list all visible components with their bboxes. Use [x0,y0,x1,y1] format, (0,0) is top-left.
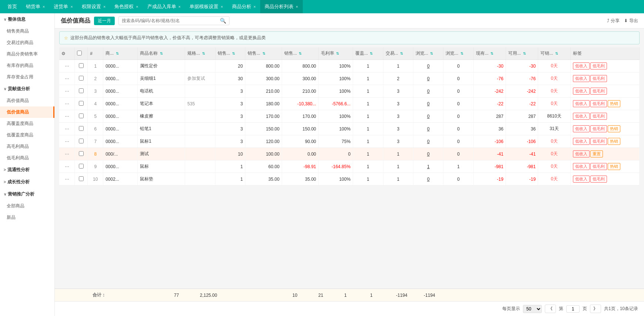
col-spec[interactable]: 规格... ⇅ [185,47,215,60]
close-analysis-icon[interactable]: × [254,4,256,9]
col-saleqty[interactable]: 销售... ⇅ [215,47,245,60]
row-code-3[interactable]: 0000... [103,98,138,110]
col-coverage[interactable]: 覆盖... ⇅ [353,47,383,60]
col-code[interactable]: 商... ⇅ [103,47,138,60]
close-analysis-list-icon[interactable]: × [296,4,298,9]
sidebar-item-all-products[interactable]: 全部商品 [0,200,54,212]
close-products-icon[interactable]: × [178,4,181,9]
col-saleamt2[interactable]: 销售... ⇅ [282,47,319,60]
row-browse1-3[interactable]: 0 [413,98,443,110]
col-browse2[interactable]: 浏览... ⇅ [443,47,473,60]
close-purchase-icon[interactable]: × [70,4,73,9]
row-browse1-9[interactable]: 0 [413,173,443,186]
nav-permissions[interactable]: 权限设置 × [77,0,110,13]
row-browse1-7[interactable]: 0 [413,148,443,160]
nav-purchase[interactable]: 进货单 × [49,0,77,13]
row-browse1-2[interactable]: 0 [413,85,443,98]
nav-products[interactable]: 产成品入库单 × [143,0,185,13]
nav-sales[interactable]: 销货单 × [21,0,49,13]
sidebar-group-contribution[interactable]: ∨ 贡献值分析 [0,83,54,95]
row-checkbox-5[interactable] [75,123,88,135]
row-checkbox-1[interactable] [75,72,88,85]
row-checkbox-8[interactable] [75,160,88,173]
row-gear-7[interactable]: ⋯ [59,148,75,160]
row-browse1-1[interactable]: 0 [413,72,443,85]
nav-analysis[interactable]: 商品分析 × [228,0,260,13]
close-roles-icon[interactable]: × [136,4,138,9]
row-checkbox-4[interactable] [75,110,88,123]
row-code-0[interactable]: 0000... [103,60,138,72]
row-gear-4[interactable]: ⋯ [59,110,75,123]
per-page-select[interactable]: 50 100 200 [523,305,542,313]
row-code-2[interactable]: 0000... [103,85,138,98]
close-template-icon[interactable]: × [221,4,223,9]
sidebar-item-high-margin[interactable]: 高毛利商品 [0,141,54,152]
sidebar-item-stock-products[interactable]: 有库存的商品 [0,60,54,71]
export-button[interactable]: ⬇ 导出 [624,18,638,24]
select-all-checkbox[interactable] [77,51,82,55]
col-sellable[interactable]: 可销... ⇅ [538,47,570,60]
row-num-1: 2 [88,72,103,85]
nav-template[interactable]: 单据模板设置 × [185,0,227,13]
next-page-button[interactable]: 》 [590,305,601,313]
nav-home[interactable]: 首页 [3,0,21,13]
close-sales-icon[interactable]: × [43,4,45,9]
filter-period-button[interactable]: 近一月 [94,17,115,25]
sidebar-item-stock-funds[interactable]: 库存资金占用 [0,71,54,83]
row-gear-5[interactable]: ⋯ [59,123,75,135]
sidebar-item-sales-products[interactable]: 销售类商品 [0,26,54,37]
row-checkbox-3[interactable] [75,98,88,110]
col-stock[interactable]: 现有... ⇅ [473,47,506,60]
sidebar-group-marketing[interactable]: ∨ 营销推广分析 [0,188,54,200]
sidebar-item-high-value[interactable]: 高价值商品 [0,95,54,106]
row-checkbox-7[interactable] [75,148,88,160]
col-grossrate[interactable]: 毛利率 ⇅ [319,47,353,60]
col-available[interactable]: 可用... ⇅ [506,47,538,60]
row-code-6[interactable]: 0000... [103,135,138,148]
col-browse1[interactable]: 浏览... ⇅ [413,47,443,60]
col-gear[interactable]: ⚙ [59,47,75,60]
row-code-1[interactable]: 0000... [103,72,138,85]
col-saleamt1[interactable]: 销售... ⇅ [245,47,282,60]
sidebar-group-overall[interactable]: ∨ 整体信息 [0,13,54,26]
sidebar-group-liquidity[interactable]: > 流通性分析 [0,164,54,176]
sidebar-item-traded[interactable]: 交易过的商品 [0,37,54,48]
sidebar-item-low-margin[interactable]: 低毛利商品 [0,152,54,164]
row-gear-2[interactable]: ⋯ [59,85,75,98]
row-gear-6[interactable]: ⋯ [59,135,75,148]
page-input[interactable] [566,305,580,313]
row-gear-3[interactable]: ⋯ [59,98,75,110]
row-code-9[interactable]: 0002... [103,173,138,186]
sidebar-item-category-rate[interactable]: 商品分类销售率 [0,48,54,60]
first-page-button[interactable]: 《 [545,305,556,313]
row-gear-0[interactable]: ⋯ [59,60,75,72]
row-browse1-0[interactable]: 0 [413,60,443,72]
row-gear-1[interactable]: ⋯ [59,72,75,85]
row-browse1-4[interactable]: 0 [413,110,443,123]
nav-analysis-list[interactable]: 商品分析列表 × [260,0,302,13]
row-checkbox-9[interactable] [75,173,88,186]
sidebar-item-low-coverage[interactable]: 低覆盖度商品 [0,129,54,141]
search-input[interactable] [122,18,220,23]
row-gear-8[interactable]: ⋯ [59,160,75,173]
col-trade[interactable]: 交易... ⇅ [383,47,413,60]
share-button[interactable]: ⤴ 分享 [607,18,620,24]
row-code-4[interactable]: 0000... [103,110,138,123]
sidebar-item-low-value[interactable]: 低价值商品 [0,106,54,118]
row-checkbox-6[interactable] [75,135,88,148]
close-permissions-icon[interactable]: × [103,4,105,9]
sidebar-item-high-coverage[interactable]: 高覆盖度商品 [0,118,54,129]
row-code-5[interactable]: 0000... [103,123,138,135]
row-checkbox-2[interactable] [75,85,88,98]
nav-roles[interactable]: 角色授权 × [110,0,142,13]
row-code-7[interactable]: 000/... [103,148,138,160]
sidebar-group-growth[interactable]: > 成长性分析 [0,176,54,188]
row-code-8[interactable]: 0000... [103,160,138,173]
col-name[interactable]: 商品名称 ⇅ [138,47,185,60]
row-checkbox-0[interactable] [75,60,88,72]
row-browse1-8[interactable]: 1 [413,160,443,173]
row-browse1-5[interactable]: 0 [413,123,443,135]
row-gear-9[interactable]: ⋯ [59,173,75,186]
sidebar-item-new-products[interactable]: 新品 [0,212,54,223]
row-browse1-6[interactable]: 0 [413,135,443,148]
